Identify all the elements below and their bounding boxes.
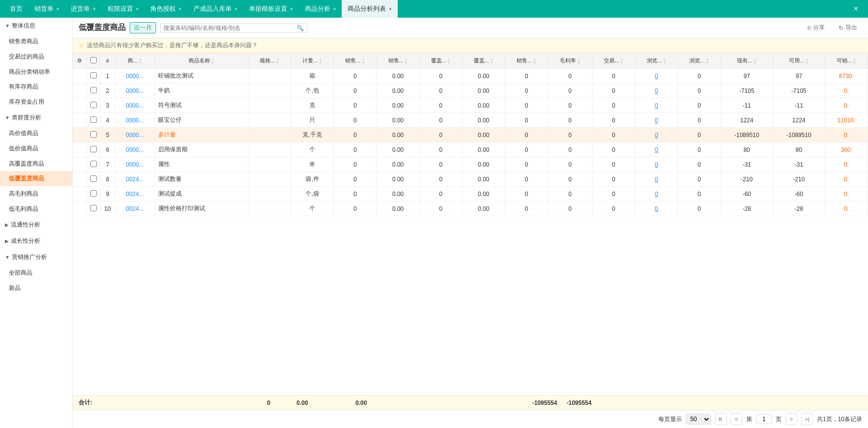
row-name[interactable]: 属性价格打印测试 [155,201,248,216]
row-checkbox-3[interactable] [90,116,97,123]
row-name[interactable]: 测试数量 [155,172,248,187]
col-transaction[interactable]: 交易...▲▼ [592,53,635,69]
per-page-select[interactable]: 50 20 100 200 [686,414,711,425]
row-browse1[interactable]: 0 [635,187,678,201]
nav-role[interactable]: 角色授权 × [144,0,187,18]
col-sales-qty[interactable]: 销售...▲▼ [334,53,377,69]
row-browse1[interactable]: 0 [635,157,678,172]
col-browse2[interactable]: 浏览...▲▼ [678,53,721,69]
row-browse1[interactable]: 0 [635,84,678,98]
nav-finished-close[interactable]: × [235,6,238,12]
col-unit[interactable]: 计量...▲▼ [291,53,333,69]
sidebar-item-high-profit[interactable]: 高毛利商品 [0,186,72,201]
sidebar-item-stock-fund[interactable]: 库存资金占用 [0,94,72,110]
row-browse1[interactable]: 0 [635,172,678,187]
col-spec[interactable]: 规格...▲▼ [248,53,291,69]
page-number-input[interactable] [756,414,772,424]
search-input[interactable] [163,25,297,31]
nav-purchase[interactable]: 进货单 × [65,0,101,18]
sidebar-item-low-profit[interactable]: 低毛利商品 [0,201,72,217]
row-code[interactable]: 0000... [115,69,155,84]
nav-sales-close[interactable]: × [56,6,59,12]
col-cov1[interactable]: 覆盖...▲▼ [419,53,462,69]
col-browse1[interactable]: 浏览...▲▼ [635,53,678,69]
row-checkbox-1[interactable] [90,87,97,93]
row-checkbox-6[interactable] [90,161,97,167]
row-code[interactable]: 0024... [115,201,155,216]
row-checkbox-9[interactable] [90,205,97,211]
nav-analysis[interactable]: 商品分析 × [299,0,342,18]
col-code[interactable]: 商...▲▼ [115,53,155,69]
sidebar-item-low-coverage[interactable]: 低覆盖度商品 [0,171,72,186]
row-browse1[interactable]: 0 [635,143,678,157]
row-name[interactable]: 启用保质期 [155,143,248,157]
row-code[interactable]: 0000... [115,157,155,172]
col-profit-rate[interactable]: 毛利率▲▼ [548,53,592,69]
nav-template-close[interactable]: × [290,6,293,12]
row-code[interactable]: 0024... [115,187,155,201]
col-name[interactable]: 商品名称▲▼ [155,53,248,69]
row-code[interactable]: 0024... [115,172,155,187]
nav-purchase-close[interactable]: × [93,6,96,12]
nav-permission-close[interactable]: × [136,6,139,12]
sidebar-section-overall[interactable]: ▼ 整体信息 [0,18,72,34]
col-sales-ratio[interactable]: 销售...▲▼ [505,53,548,69]
sidebar-item-all-goods[interactable]: 全部商品 [0,265,72,281]
row-name[interactable]: 符号测试 [155,98,248,113]
row-checkbox-2[interactable] [90,102,97,108]
row-code[interactable]: 0000... [115,98,155,113]
row-browse1[interactable]: 0 [635,69,678,84]
nav-analysis-close[interactable]: × [333,6,336,12]
share-btn[interactable]: ⎘ 分享 [803,22,830,34]
nav-analysis-list-close[interactable]: × [389,6,392,12]
export-btn[interactable]: ↻ 导出 [834,22,862,34]
row-name[interactable]: 牛奶 [155,84,248,98]
first-page-btn[interactable]: K [715,413,727,425]
sidebar-item-new-goods[interactable]: 新品 [0,281,72,296]
row-name[interactable]: 属性 [155,157,248,172]
sidebar-item-high-value[interactable]: 高价值商品 [0,126,72,141]
row-checkbox-0[interactable] [90,72,97,79]
row-name[interactable]: 旺铺批次测试 [155,69,248,84]
sidebar-section-category[interactable]: ▼ 类群度分析 [0,110,72,126]
col-available[interactable]: 可用...▲▼ [773,53,825,69]
prev-page-btn[interactable]: < [731,413,742,425]
col-sellable[interactable]: 可销...▲▼ [825,53,868,69]
nav-sales[interactable]: 销货单 × [28,0,65,18]
row-name[interactable]: 多计量 [155,128,248,143]
col-current[interactable]: 现有...▲▼ [721,53,773,69]
sidebar-item-traded-goods[interactable]: 交易过的商品 [0,49,72,64]
nav-finished[interactable]: 产成品入库单 × [188,0,243,18]
col-gear[interactable]: ⚙ [73,53,86,69]
row-code[interactable]: 0000... [115,143,155,157]
row-code[interactable]: 0000... [115,113,155,128]
select-all-checkbox[interactable] [90,57,97,63]
sidebar-item-stocked-goods[interactable]: 有库存商品 [0,79,72,94]
next-page-btn[interactable]: > [786,413,797,425]
col-cov2[interactable]: 覆盖...▲▼ [462,53,505,69]
row-browse1[interactable]: 0 [635,128,678,143]
row-checkbox-8[interactable] [90,190,97,197]
sidebar-item-category-rate[interactable]: 商品分类销动率 [0,64,72,80]
last-page-btn[interactable]: >| [801,413,813,425]
sidebar-item-high-coverage[interactable]: 高覆盖度商品 [0,156,72,171]
search-icon[interactable]: 🔍 [297,25,304,31]
row-checkbox-5[interactable] [90,146,97,152]
row-name[interactable]: 眼宝公仔 [155,113,248,128]
nav-template[interactable]: 单据模板设置 × [243,0,298,18]
sidebar-item-sales-goods[interactable]: 销售类商品 [0,34,72,49]
nav-home[interactable]: 首页 [4,0,28,18]
sidebar-item-low-value[interactable]: 低价值商品 [0,141,72,156]
row-name[interactable]: 测试提成 [155,187,248,201]
row-code[interactable]: 0000... [115,128,155,143]
col-sales-amt[interactable]: 销售...▲▼ [377,53,419,69]
window-close-btn[interactable]: × [848,4,864,13]
row-checkbox-7[interactable] [90,175,97,182]
row-browse1[interactable]: 0 [635,113,678,128]
nav-permission[interactable]: 权限设置 × [102,0,144,18]
row-browse1[interactable]: 0 [635,98,678,113]
row-code[interactable]: 0000... [115,84,155,98]
sidebar-section-marketing[interactable]: ▼ 营销推广分析 [0,249,72,265]
nav-role-close[interactable]: × [179,6,182,12]
table-container[interactable]: ⚙ # 商...▲▼ 商品名称▲▼ 规格...▲▼ 计量...▲▼ 销售...▲… [73,53,868,395]
